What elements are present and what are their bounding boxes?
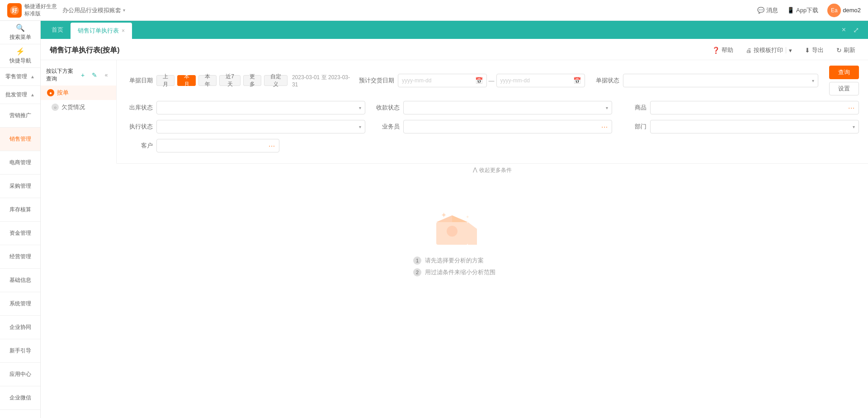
- salesman-select[interactable]: ···: [403, 120, 612, 133]
- refresh-icon: ↻: [836, 47, 842, 54]
- status-select[interactable]: ▾: [623, 74, 818, 87]
- sidebar-item-system[interactable]: 系统管理: [0, 292, 40, 316]
- date-btn-lastmonth[interactable]: 上月: [156, 75, 175, 86]
- breadcrumb-dropdown-icon[interactable]: ▾: [123, 8, 125, 13]
- date-btn-thismonth[interactable]: 本月: [177, 75, 195, 86]
- setting-button[interactable]: 设置: [829, 82, 859, 95]
- expected-date-start-input[interactable]: yyyy-mm-dd 📅: [398, 74, 487, 87]
- filter-panel: 按以下方案查询 + ✎ « ● 按单 ○ 欠货情况: [41, 60, 868, 163]
- delivery-dropdown-icon: ▾: [359, 105, 361, 110]
- sidebar-item-retail[interactable]: 零售管理 ▲: [0, 68, 40, 86]
- payment-select[interactable]: ▾: [403, 101, 612, 114]
- filter-form: 单据日期 上月 本月 本年 近7天 更多 自定义 2023-03-01 至 20…: [117, 60, 868, 163]
- tab-close-icon[interactable]: ×: [122, 28, 125, 34]
- filter-row-2: 出库状态 ▾ 收款状态 ▾: [126, 101, 859, 114]
- payment-field: 收款状态 ▾: [373, 101, 612, 114]
- logo-text: 畅捷通好生意 标准版: [24, 3, 57, 17]
- date-btn-7days[interactable]: 近7天: [219, 75, 241, 86]
- expected-date-end-input[interactable]: yyyy-mm-dd 📅: [496, 74, 585, 87]
- top-header: 好 畅捷通好生意 标准版 办公用品行业模拟账套 ▾ 💬 消息 📱 App下载 E…: [0, 0, 868, 21]
- scheme-item-byorder[interactable]: ● 按单: [41, 86, 116, 100]
- exec-select[interactable]: ▾: [156, 120, 365, 133]
- sidebar-item-label: 系统管理: [9, 300, 31, 308]
- date-btn-thisyear[interactable]: 本年: [198, 75, 217, 86]
- query-button[interactable]: 查询: [829, 66, 859, 79]
- page-container: 销售订单执行表(按单) ❓ 帮助 🖨 按模板打印 ▾ ⬇ 导出: [41, 39, 868, 418]
- logo-icon: 好: [7, 3, 22, 18]
- chevron-up-icon: ▲: [30, 92, 35, 97]
- sidebar-item-newguide[interactable]: 新手引导: [0, 339, 40, 363]
- print-dropdown-icon[interactable]: ▾: [789, 47, 792, 54]
- sidebar-item-ecommerce[interactable]: 电商管理: [0, 151, 40, 175]
- scheme-add-button[interactable]: +: [78, 71, 87, 80]
- sidebar-item-search[interactable]: 🔍 搜索菜单: [0, 21, 40, 44]
- sidebar-item-quicknav[interactable]: ⚡ 快捷导航: [0, 44, 40, 68]
- sidebar-item-label: 销售管理: [9, 135, 31, 143]
- scheme-item-backorder[interactable]: ○ 欠货情况: [41, 100, 116, 114]
- print-separator: [786, 47, 786, 53]
- print-button[interactable]: 🖨 按模板打印 ▾: [742, 44, 796, 56]
- export-icon: ⬇: [805, 47, 810, 54]
- sidebar-item-label: 采购管理: [9, 182, 31, 190]
- empty-tip-1: 1 请先选择要分析的方案: [413, 256, 495, 265]
- empty-tip-2: 2 用过滤条件来缩小分析范围: [413, 268, 495, 276]
- dept-label: 部门: [619, 123, 646, 131]
- message-button[interactable]: 💬 消息: [757, 6, 778, 14]
- delivery-select[interactable]: ▾: [156, 101, 365, 114]
- window-expand-button[interactable]: ⤢: [851, 24, 861, 36]
- sidebar-item-label: 应用中心: [9, 370, 31, 378]
- scheme-edit-button[interactable]: ✎: [90, 71, 99, 80]
- goods-select[interactable]: ···: [650, 101, 859, 114]
- date-filter: 上月 本月 本年 近7天 更多 自定义 2023-03-01 至 2023-03…: [156, 74, 352, 88]
- sidebar-item-corpwechat[interactable]: 企业微信: [0, 386, 40, 410]
- expected-date-field: 预计交货日期 yyyy-mm-dd 📅 — yyyy-mm-dd 📅: [359, 74, 585, 87]
- scheme-collapse-button[interactable]: «: [102, 71, 111, 80]
- sidebar-item-wholesale[interactable]: 批发管理 ▲: [0, 86, 40, 104]
- refresh-button[interactable]: ↻ 刷新: [833, 44, 859, 56]
- sidebar-item-sales[interactable]: 销售管理: [0, 128, 40, 151]
- app-download-button[interactable]: 📱 App下载: [787, 6, 818, 14]
- tab-sales-order[interactable]: 销售订单执行表 ×: [71, 23, 132, 39]
- window-close-button[interactable]: ×: [840, 24, 848, 36]
- sidebar-item-finance[interactable]: 资金管理: [0, 222, 40, 245]
- dept-select[interactable]: ▾: [650, 120, 859, 133]
- scheme-panel-header: 按以下方案查询 + ✎ «: [41, 65, 116, 86]
- export-button[interactable]: ⬇ 导出: [801, 44, 827, 56]
- tab-home-label: 首页: [52, 26, 63, 34]
- sidebar-item-label: 新手引导: [9, 347, 31, 355]
- scheme-icons: + ✎ «: [78, 71, 111, 80]
- customer-field: 客户 ···: [126, 139, 279, 152]
- customer-select[interactable]: ···: [156, 139, 279, 152]
- expected-date-input-wrap: yyyy-mm-dd 📅 — yyyy-mm-dd 📅: [398, 74, 585, 87]
- customer-dots-icon: ···: [269, 142, 275, 149]
- sidebar-item-label: 企业微信: [9, 394, 31, 402]
- scheme-active-dot: ●: [47, 89, 54, 96]
- page-title: 销售订单执行表(按单): [50, 46, 120, 55]
- scheme-panel: 按以下方案查询 + ✎ « ● 按单 ○ 欠货情况: [41, 60, 117, 163]
- date-btn-custom[interactable]: 自定义: [264, 75, 288, 86]
- tab-bar-right: × ⤢: [840, 24, 864, 36]
- sidebar-item-label: 批发管理: [5, 91, 27, 99]
- sidebar-item-inventory[interactable]: 库存核算: [0, 198, 40, 222]
- calendar-icon-start: 📅: [475, 77, 483, 84]
- help-button[interactable]: ❓ 帮助: [708, 44, 737, 56]
- sidebar-item-appcenter[interactable]: 应用中心: [0, 363, 40, 386]
- user-area[interactable]: Ea demo2: [827, 4, 861, 17]
- payment-label: 收款状态: [373, 104, 400, 112]
- page-actions: ❓ 帮助 🖨 按模板打印 ▾ ⬇ 导出 ↻ 刷新: [708, 44, 859, 56]
- sidebar-item-basic[interactable]: 基础信息: [0, 269, 40, 292]
- tab-home[interactable]: 首页: [44, 21, 71, 39]
- salesman-dots-icon: ···: [601, 123, 608, 130]
- expected-date-label: 预计交货日期: [359, 76, 394, 85]
- date-btn-more[interactable]: 更多: [243, 75, 261, 86]
- collapse-more-button[interactable]: ⋀ 收起更多条件: [117, 163, 868, 177]
- sidebar-item-operation[interactable]: 经营管理: [0, 245, 40, 269]
- filter-row-4: 客户 ···: [126, 139, 859, 152]
- status-field: 单据状态 ▾: [592, 74, 818, 87]
- sidebar-item-member[interactable]: 畅会员: [0, 410, 40, 418]
- sidebar-item-label: 库存核算: [9, 206, 31, 214]
- sidebar-item-marketing[interactable]: 营销推广: [0, 104, 40, 128]
- sidebar-item-purchase[interactable]: 采购管理: [0, 175, 40, 198]
- sidebar-item-label: 经营管理: [9, 253, 31, 261]
- sidebar-item-corp[interactable]: 企业协同: [0, 316, 40, 339]
